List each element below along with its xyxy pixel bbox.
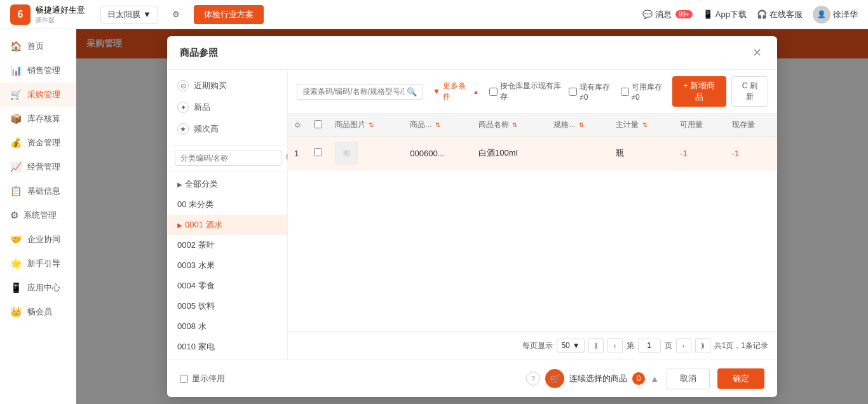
modal-footer: 显示停用 ? 🛒 连续选择的商品 0 ▲ 取消 确定 — [167, 360, 777, 397]
available-stock-checkbox[interactable] — [621, 88, 629, 96]
frequent-tab[interactable]: ★ 频次高 — [167, 118, 287, 140]
available-stock-checkbox-label[interactable]: 可用库存≠0 — [621, 82, 667, 102]
right-panel: 🔍 ▼ 更多条件 ▲ 按仓库显示现有库存 — [288, 70, 777, 360]
confirm-button[interactable]: 确定 — [717, 368, 764, 389]
sort-code-icon[interactable]: ⇅ — [435, 121, 440, 128]
notifications-btn[interactable]: 💬 消息 99+ — [642, 9, 693, 20]
sidebar-item-guide[interactable]: 🌟 新手引导 — [0, 252, 76, 276]
sidebar-item-inventory[interactable]: 📦 库存核算 — [0, 107, 76, 131]
cancel-button[interactable]: 取消 — [667, 368, 710, 389]
modal-body: ⊙ 近期购买 ✦ 新品 ★ 频次高 — [167, 70, 777, 360]
existing-stock-checkbox-label[interactable]: 现有库存≠0 — [569, 82, 615, 102]
modal-overlay: 商品参照 ✕ ⊙ 近期购买 ✦ — [76, 29, 868, 404]
cat-item-alcohol[interactable]: ▶ 0001 酒水 — [167, 215, 287, 235]
chevron-down-icon: ▼ — [143, 10, 151, 19]
cat-item-beverage[interactable]: 0005 饮料 — [167, 296, 287, 316]
sidebar-item-vip[interactable]: 👑 畅会员 — [0, 300, 76, 324]
collapse-icon[interactable]: ▲ — [650, 374, 659, 384]
sales-icon: 📊 — [10, 65, 22, 76]
search-icon[interactable]: 🔍 — [407, 87, 417, 97]
product-modal: 商品参照 ✕ ⊙ 近期购买 ✦ — [167, 36, 777, 397]
top-nav: 6 畅捷通好生意 插件版 日太阳膜 ▼ ⚙ 体验行业方案 💬 消息 99+ 📱 … — [0, 0, 868, 29]
col-code: 商品... ⇅ — [403, 114, 472, 137]
col-image: 商品图片 ⇅ — [329, 114, 403, 137]
column-settings-icon[interactable]: ⚙ — [294, 121, 301, 130]
sort-image-icon[interactable]: ⇅ — [369, 121, 374, 128]
sidebar-item-finance[interactable]: 💰 资金管理 — [0, 131, 76, 155]
new-icon: ✦ — [177, 102, 189, 113]
cat-item-appliance[interactable]: 0010 家电 — [167, 337, 287, 357]
try-button[interactable]: 体验行业方案 — [194, 5, 264, 24]
sort-name-icon[interactable]: ⇅ — [512, 121, 517, 128]
footer-right: ? 🛒 连续选择的商品 0 ▲ 取消 确定 — [526, 368, 764, 389]
star-icon: ★ — [177, 123, 189, 135]
sidebar-item-basic[interactable]: 📋 基础信息 — [0, 179, 76, 203]
sidebar-item-operations[interactable]: 📈 经营管理 — [0, 155, 76, 179]
nav-right: 💬 消息 99+ 📱 App下载 🎧 在线客服 👤 徐泽华 — [642, 6, 858, 24]
col-spec: 规格... ⇅ — [547, 114, 609, 137]
cat-item-all[interactable]: ▶ 全部分类 — [167, 174, 287, 194]
cat-item-water[interactable]: 0008 水 — [167, 316, 287, 337]
page-number-input[interactable] — [638, 339, 661, 353]
show-disabled-label[interactable]: 显示停用 — [180, 373, 225, 384]
app-download-btn[interactable]: 📱 App下载 — [703, 9, 747, 20]
sidebar-item-system[interactable]: ⚙ 系统管理 — [0, 203, 76, 227]
new-products-tab[interactable]: ✦ 新品 — [167, 97, 287, 118]
refresh-button[interactable]: C 刷新 — [731, 76, 768, 107]
col-unit: 主计量 ⇅ — [609, 114, 674, 137]
finance-icon: 💰 — [10, 137, 22, 149]
expand-arrow-icon: ▶ — [177, 181, 182, 188]
modal-title: 商品参照 — [180, 47, 218, 59]
add-product-button[interactable]: + 新增商品 — [672, 76, 726, 107]
col-name: 商品名称 ⇅ — [472, 114, 547, 137]
category-search-input[interactable] — [175, 151, 281, 166]
product-table: ⚙ 商品图片 ⇅ — [288, 114, 777, 170]
cat-item-uncategorized[interactable]: 00 未分类 — [167, 194, 287, 215]
existing-stock-checkbox[interactable] — [569, 88, 577, 96]
customer-service-btn[interactable]: 🎧 在线客服 — [757, 9, 803, 20]
row-checkbox[interactable] — [314, 148, 322, 156]
sidebar-item-purchase[interactable]: 🛒 采购管理 — [0, 83, 76, 107]
sort-unit-icon[interactable]: ⇅ — [642, 121, 648, 128]
cart-icon[interactable]: 🛒 — [545, 369, 564, 388]
next-page-button[interactable]: › — [676, 338, 691, 353]
operations-icon: 📈 — [10, 161, 22, 173]
table-row[interactable]: 1 图 000600... 白酒100ml — [288, 137, 777, 170]
first-page-button[interactable]: ⟪ — [588, 338, 604, 353]
recent-purchase-tab[interactable]: ⊙ 近期购买 — [167, 75, 287, 97]
inventory-icon: 📦 — [10, 113, 22, 125]
toolbar-right: + 新增商品 C 刷新 — [672, 76, 768, 107]
warehouse-checkbox-label[interactable]: 按仓库显示现有库存 — [489, 81, 564, 102]
cart-area: ? 🛒 连续选择的商品 0 ▲ — [526, 369, 659, 388]
last-page-button[interactable]: ⟫ — [695, 338, 710, 353]
category-list: ▶ 全部分类 00 未分类 ▶ 0001 酒水 0002 茶 — [167, 172, 287, 360]
help-icon[interactable]: ? — [526, 372, 540, 386]
prev-page-button[interactable]: ‹ — [607, 338, 623, 353]
show-disabled-checkbox[interactable] — [180, 375, 188, 383]
settings-icon[interactable]: ⚙ — [166, 4, 186, 25]
product-search-input[interactable] — [302, 87, 404, 96]
quick-access-tabs: ⊙ 近期购买 ✦ 新品 ★ 频次高 — [167, 70, 287, 145]
sidebar-item-apps[interactable]: 📱 应用中心 — [0, 276, 76, 300]
sidebar-item-sales[interactable]: 📊 销售管理 — [0, 58, 76, 83]
home-icon: 🏠 — [10, 41, 22, 52]
per-page-select[interactable]: 50 ▼ — [557, 339, 584, 353]
product-thumbnail: 图 — [335, 142, 358, 165]
select-all-checkbox[interactable] — [314, 120, 322, 128]
avatar: 👤 — [813, 6, 831, 24]
collab-icon: 🤝 — [10, 234, 22, 245]
cat-item-tea[interactable]: 0002 茶叶 — [167, 235, 287, 255]
col-stock: 现存量 — [726, 114, 777, 137]
sort-spec-icon[interactable]: ⇅ — [579, 121, 584, 128]
filter-button[interactable]: ▼ 更多条件 ▲ — [428, 78, 484, 105]
sidebar-item-collab[interactable]: 🤝 企业协同 — [0, 227, 76, 252]
sidebar-item-home[interactable]: 🏠 首页 — [0, 34, 76, 58]
cat-item-fruit[interactable]: 0003 水果 — [167, 255, 287, 276]
vip-icon: 👑 — [10, 306, 22, 318]
user-profile[interactable]: 👤 徐泽华 — [813, 6, 858, 24]
store-selector[interactable]: 日太阳膜 ▼ — [100, 6, 158, 24]
warehouse-checkbox[interactable] — [489, 88, 498, 96]
table-header-row: ⚙ 商品图片 ⇅ — [288, 114, 777, 137]
cat-item-snack[interactable]: 0004 零食 — [167, 276, 287, 296]
modal-close-button[interactable]: ✕ — [749, 45, 764, 60]
